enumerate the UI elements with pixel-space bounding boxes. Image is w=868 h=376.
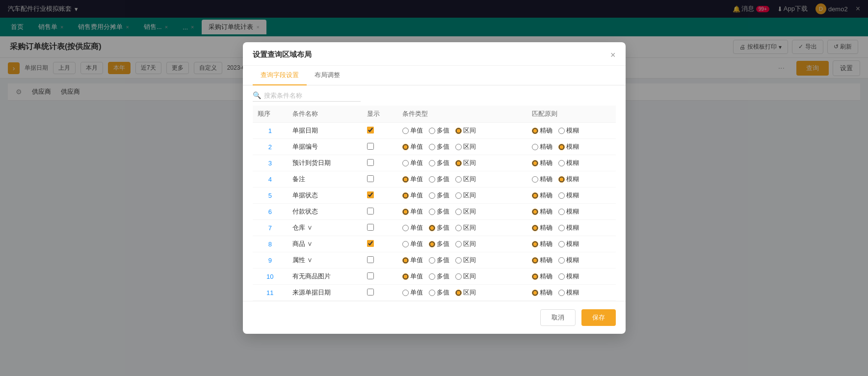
match-radio-item[interactable]: 精确 <box>532 288 552 297</box>
match-radio[interactable] <box>532 128 538 134</box>
type-radio[interactable] <box>429 241 435 247</box>
save-button[interactable]: 保存 <box>581 309 616 326</box>
type-radio-item[interactable]: 多值 <box>429 272 449 281</box>
type-radio-item[interactable]: 单值 <box>402 159 423 167</box>
search-input[interactable] <box>264 92 361 99</box>
type-radio-item[interactable]: 单值 <box>402 288 423 297</box>
dialog-close-button[interactable]: × <box>610 51 616 59</box>
display-checkbox[interactable] <box>367 289 374 295</box>
match-radio-item[interactable]: 精确 <box>532 256 552 265</box>
type-radio-item[interactable]: 多值 <box>429 288 449 297</box>
type-radio-item[interactable]: 多值 <box>429 191 449 200</box>
match-radio-item[interactable]: 模糊 <box>558 191 579 200</box>
match-radio[interactable] <box>532 257 538 264</box>
type-radio[interactable] <box>455 192 462 199</box>
match-radio-item[interactable]: 精确 <box>532 126 552 135</box>
type-radio[interactable] <box>429 176 435 183</box>
match-radio[interactable] <box>558 273 565 280</box>
cancel-button[interactable]: 取消 <box>540 309 576 326</box>
type-radio[interactable] <box>455 128 462 134</box>
match-radio[interactable] <box>558 160 565 166</box>
type-radio-item[interactable]: 区间 <box>455 288 476 297</box>
type-radio-item[interactable]: 单值 <box>402 191 423 200</box>
type-radio[interactable] <box>402 192 409 199</box>
match-radio[interactable] <box>558 257 565 264</box>
match-radio[interactable] <box>558 176 565 183</box>
match-radio[interactable] <box>532 192 538 199</box>
dialog-tab-query-fields[interactable]: 查询字段设置 <box>253 66 307 85</box>
match-radio-item[interactable]: 模糊 <box>558 142 579 151</box>
type-radio-item[interactable]: 多值 <box>429 256 449 265</box>
type-radio-item[interactable]: 区间 <box>455 142 476 151</box>
type-radio-item[interactable]: 单值 <box>402 256 423 265</box>
type-radio[interactable] <box>455 176 462 183</box>
type-radio[interactable] <box>455 257 462 264</box>
type-radio[interactable] <box>455 273 462 280</box>
type-radio[interactable] <box>455 241 462 247</box>
type-radio[interactable] <box>429 144 435 150</box>
type-radio-item[interactable]: 区间 <box>455 191 476 200</box>
dialog-tab-layout[interactable]: 布局调整 <box>307 66 348 85</box>
type-radio[interactable] <box>429 273 435 280</box>
match-radio[interactable] <box>532 273 538 280</box>
type-radio-item[interactable]: 单值 <box>402 207 423 216</box>
type-radio-item[interactable]: 多值 <box>429 240 449 248</box>
type-radio-item[interactable]: 单值 <box>402 126 423 135</box>
match-radio-item[interactable]: 模糊 <box>558 240 579 248</box>
type-radio[interactable] <box>402 273 409 280</box>
type-radio-item[interactable]: 多值 <box>429 175 449 184</box>
match-radio-item[interactable]: 精确 <box>532 175 552 184</box>
type-radio-item[interactable]: 单值 <box>402 240 423 248</box>
display-checkbox[interactable] <box>367 143 374 150</box>
display-checkbox[interactable] <box>367 159 374 166</box>
display-checkbox[interactable] <box>367 272 374 279</box>
match-radio[interactable] <box>558 209 565 215</box>
match-radio[interactable] <box>532 209 538 215</box>
type-radio[interactable] <box>402 144 409 150</box>
display-checkbox[interactable] <box>367 240 374 247</box>
display-checkbox[interactable] <box>367 224 374 231</box>
type-radio[interactable] <box>455 225 462 231</box>
display-checkbox[interactable] <box>367 208 374 215</box>
type-radio[interactable] <box>402 241 409 247</box>
match-radio-item[interactable]: 精确 <box>532 223 552 232</box>
type-radio[interactable] <box>455 290 462 296</box>
type-radio-item[interactable]: 多值 <box>429 126 449 135</box>
type-radio-item[interactable]: 区间 <box>455 240 476 248</box>
match-radio-item[interactable]: 精确 <box>532 159 552 167</box>
match-radio-item[interactable]: 模糊 <box>558 159 579 167</box>
type-radio[interactable] <box>429 128 435 134</box>
type-radio[interactable] <box>402 290 409 296</box>
type-radio-item[interactable]: 区间 <box>455 207 476 216</box>
type-radio-item[interactable]: 区间 <box>455 126 476 135</box>
display-checkbox[interactable] <box>367 127 374 134</box>
type-radio[interactable] <box>455 144 462 150</box>
match-radio[interactable] <box>532 290 538 296</box>
match-radio-item[interactable]: 模糊 <box>558 126 579 135</box>
type-radio[interactable] <box>429 209 435 215</box>
match-radio[interactable] <box>558 290 565 296</box>
type-radio[interactable] <box>402 160 409 166</box>
match-radio[interactable] <box>532 225 538 231</box>
type-radio[interactable] <box>429 290 435 296</box>
type-radio[interactable] <box>402 257 409 264</box>
match-radio-item[interactable]: 模糊 <box>558 207 579 216</box>
type-radio-item[interactable]: 区间 <box>455 256 476 265</box>
type-radio[interactable] <box>429 257 435 264</box>
type-radio[interactable] <box>429 160 435 166</box>
type-radio-item[interactable]: 多值 <box>429 159 449 167</box>
type-radio[interactable] <box>402 225 409 231</box>
match-radio[interactable] <box>558 192 565 199</box>
match-radio-item[interactable]: 精确 <box>532 191 552 200</box>
match-radio-item[interactable]: 模糊 <box>558 256 579 265</box>
type-radio-item[interactable]: 多值 <box>429 207 449 216</box>
display-checkbox[interactable] <box>367 175 374 182</box>
type-radio-item[interactable]: 区间 <box>455 272 476 281</box>
type-radio-item[interactable]: 多值 <box>429 142 449 151</box>
type-radio-item[interactable]: 单值 <box>402 175 423 184</box>
type-radio-item[interactable]: 区间 <box>455 175 476 184</box>
match-radio-item[interactable]: 模糊 <box>558 288 579 297</box>
match-radio[interactable] <box>532 160 538 166</box>
type-radio-item[interactable]: 单值 <box>402 223 423 232</box>
match-radio-item[interactable]: 精确 <box>532 272 552 281</box>
